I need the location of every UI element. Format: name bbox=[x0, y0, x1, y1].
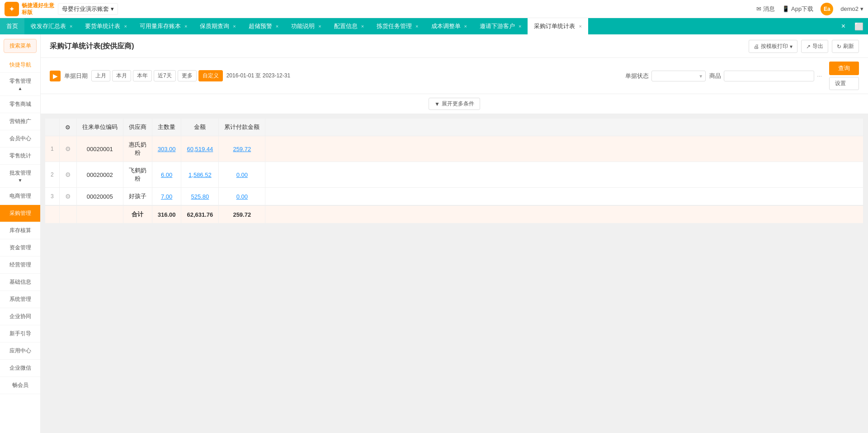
gear-icon[interactable]: ⚙ bbox=[65, 171, 71, 178]
row-spacer bbox=[265, 136, 863, 162]
tab-close-function[interactable]: × bbox=[318, 24, 321, 29]
row-gear[interactable]: ⚙ bbox=[59, 188, 76, 206]
export-icon: ↗ bbox=[806, 43, 811, 50]
sidebar-item-member-center[interactable]: 会员中心 bbox=[0, 130, 40, 148]
gear-icon[interactable]: ⚙ bbox=[65, 145, 71, 152]
search-menu-btn[interactable]: 搜索菜单 bbox=[4, 39, 37, 53]
sidebar-item-beginner-guide[interactable]: 新手引导 bbox=[0, 325, 40, 343]
settings-btn[interactable]: 设置 bbox=[829, 77, 859, 90]
tab-close-invite[interactable]: × bbox=[519, 24, 521, 29]
tab-purchase-order-stats[interactable]: 采购订单统计表 × bbox=[528, 18, 588, 34]
print-btn[interactable]: 🖨 按模板打印 ▾ bbox=[749, 40, 797, 53]
export-btn[interactable]: ↗ 导出 bbox=[801, 40, 828, 53]
date-btn-custom[interactable]: 自定义 bbox=[198, 70, 223, 81]
sidebar-item-retail-mall[interactable]: 零售商城 bbox=[0, 96, 40, 113]
table-header-row: ⚙ 往来单位编码 供应商 主数量 金额 累计付款金额 bbox=[45, 119, 863, 136]
tab-close-expiry[interactable]: × bbox=[233, 24, 236, 29]
user-name[interactable]: demo2 ▾ bbox=[840, 5, 863, 12]
table-footer: 合计 316.00 62,631.76 259.72 bbox=[45, 205, 863, 224]
date-btn-this-month[interactable]: 本月 bbox=[112, 70, 131, 81]
row-amount[interactable]: 1,586.52 bbox=[181, 162, 219, 188]
tab-expiry-query[interactable]: 保质期查询 × bbox=[193, 18, 242, 34]
status-select[interactable]: 待审核 已审核 已完成 bbox=[651, 71, 706, 81]
gear-icon[interactable]: ⚙ bbox=[65, 193, 71, 200]
row-amount[interactable]: 525.80 bbox=[181, 188, 219, 206]
row-supplier-name: 好孩子 bbox=[123, 188, 152, 206]
sidebar-item-enterprise-collab[interactable]: 企业协同 bbox=[0, 308, 40, 325]
tab-home[interactable]: 首页 bbox=[0, 18, 24, 34]
footer-gear bbox=[59, 205, 76, 224]
tab-receivable-summary[interactable]: 收发存汇总表 × bbox=[24, 18, 79, 34]
row-amount[interactable]: 60,519.44 bbox=[181, 136, 219, 162]
quick-nav-btn[interactable]: 快捷导航 bbox=[0, 57, 40, 73]
row-paid-amount[interactable]: 0.00 bbox=[219, 188, 265, 206]
sidebar-item-inventory-accounting[interactable]: 库存核算 bbox=[0, 222, 40, 239]
sidebar-item-system-mgmt[interactable]: 系统管理 bbox=[0, 291, 40, 308]
goods-filter-more-icon[interactable]: ··· bbox=[817, 72, 822, 79]
sidebar-item-wholesale-mgmt[interactable]: 批发管理 ▼ bbox=[0, 165, 40, 188]
row-paid-amount[interactable]: 259.72 bbox=[219, 136, 265, 162]
tab-close-picking[interactable]: × bbox=[415, 24, 418, 29]
footer-paid-amount: 259.72 bbox=[219, 205, 265, 224]
date-btn-this-year[interactable]: 本年 bbox=[133, 70, 152, 81]
row-gear[interactable]: ⚙ bbox=[59, 162, 76, 188]
wholesale-mgmt-label: 批发管理 bbox=[9, 169, 31, 177]
date-btn-more[interactable]: 更多 bbox=[178, 70, 197, 81]
retail-stats-label: 零售统计 bbox=[9, 152, 31, 160]
tab-invite-downstream[interactable]: 邀请下游客户 × bbox=[473, 18, 528, 34]
date-btn-7-days[interactable]: 近7天 bbox=[154, 70, 176, 81]
row-quantity[interactable]: 303.00 bbox=[152, 136, 181, 162]
retail-mall-label: 零售商城 bbox=[9, 100, 31, 108]
date-btn-last-month[interactable]: 上月 bbox=[91, 70, 110, 81]
avatar[interactable]: Ea bbox=[821, 3, 833, 15]
sidebar-item-retail-mgmt[interactable]: 零售管理 ▲ bbox=[0, 73, 40, 96]
filter-toggle-btn[interactable]: ▶ bbox=[50, 71, 61, 81]
sidebar-item-capital-mgmt[interactable]: 资金管理 bbox=[0, 239, 40, 257]
tab-close-order[interactable]: × bbox=[124, 24, 127, 29]
logo-area: ✦ 畅捷通好生意 标版 bbox=[5, 2, 54, 16]
tab-close-purchase[interactable]: × bbox=[579, 24, 581, 29]
tab-close-inventory[interactable]: × bbox=[184, 24, 187, 29]
sidebar-item-retail-stats[interactable]: 零售统计 bbox=[0, 148, 40, 165]
tab-config-info[interactable]: 配置信息 × bbox=[328, 18, 370, 34]
sidebar-item-member-program[interactable]: 畅会员 bbox=[0, 377, 40, 394]
sidebar-item-ecommerce[interactable]: 电商管理 bbox=[0, 188, 40, 205]
sidebar-item-purchase-mgmt[interactable]: 采购管理 bbox=[0, 205, 40, 222]
sidebar-item-operations-mgmt[interactable]: 经营管理 bbox=[0, 257, 40, 274]
row-quantity[interactable]: 6.00 bbox=[152, 162, 181, 188]
sidebar-item-basic-info[interactable]: 基础信息 bbox=[0, 274, 40, 291]
tab-close-config[interactable]: × bbox=[361, 24, 364, 29]
refresh-icon: ↻ bbox=[837, 43, 841, 50]
row-paid-amount[interactable]: 0.00 bbox=[219, 162, 265, 188]
row-gear[interactable]: ⚙ bbox=[59, 136, 76, 162]
tab-function-desc[interactable]: 功能说明 × bbox=[285, 18, 327, 34]
top-bar-right: ✉ 消息 📱 App下载 Ea demo2 ▾ bbox=[756, 3, 863, 15]
sidebar-item-enterprise-wechat[interactable]: 企业微信 bbox=[0, 360, 40, 377]
tab-overstock-warning[interactable]: 超储预警 × bbox=[242, 18, 285, 34]
goods-filter-input[interactable] bbox=[724, 71, 814, 81]
status-filter-label: 单据状态 bbox=[625, 72, 649, 80]
th-amount: 金额 bbox=[181, 119, 219, 136]
tab-inventory-book[interactable]: 可用量库存账本 × bbox=[133, 18, 193, 34]
tab-close-overstock[interactable]: × bbox=[276, 24, 278, 29]
tab-close-cost[interactable]: × bbox=[464, 24, 467, 29]
row-quantity[interactable]: 7.00 bbox=[152, 188, 181, 206]
nav-close-btn[interactable]: × bbox=[837, 18, 850, 34]
tab-close-receivable[interactable]: × bbox=[70, 24, 72, 29]
refresh-btn[interactable]: ↻ 刷新 bbox=[832, 40, 859, 53]
app-download-btn[interactable]: 📱 App下载 bbox=[782, 5, 813, 13]
query-btn[interactable]: 查询 bbox=[829, 62, 859, 75]
row-supplier-code: 00020005 bbox=[76, 188, 123, 206]
message-btn[interactable]: ✉ 消息 bbox=[756, 5, 775, 13]
sidebar-item-app-center[interactable]: 应用中心 bbox=[0, 343, 40, 360]
row-seq: 1 bbox=[45, 136, 59, 162]
tab-cost-adjust[interactable]: 成本调整单 × bbox=[425, 18, 473, 34]
sidebar-item-marketing[interactable]: 营销推广 bbox=[0, 113, 40, 130]
beginner-guide-label: 新手引导 bbox=[9, 330, 31, 338]
tab-picking-mgmt[interactable]: 拣货任务管理 × bbox=[370, 18, 425, 34]
member-program-label: 畅会员 bbox=[12, 381, 28, 389]
nav-maximize-btn[interactable]: ⬜ bbox=[850, 18, 868, 34]
tab-order-stats[interactable]: 要货单统计表 × bbox=[79, 18, 133, 34]
store-selector[interactable]: 母婴行业演示账套 ▾ bbox=[58, 3, 118, 15]
expand-more-btn[interactable]: ▼ 展开更多条件 bbox=[429, 98, 480, 110]
